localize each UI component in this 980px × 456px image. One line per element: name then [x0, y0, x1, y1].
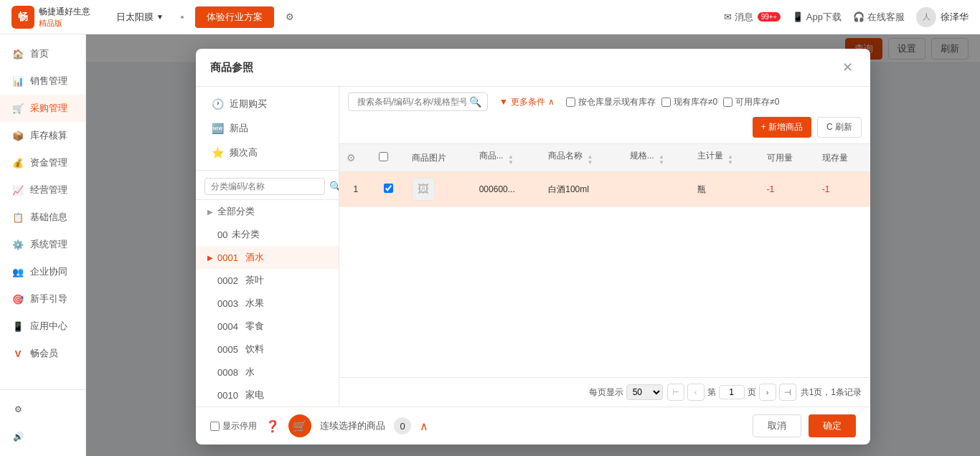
available-nonzero-checkbox[interactable] — [723, 98, 732, 107]
help-icon[interactable]: ❓ — [265, 419, 280, 433]
nav-right: ✉ 消息 99++ 📱 App下载 🎧 在线客服 人 徐泽华 — [724, 7, 969, 27]
col-checkbox — [372, 144, 404, 172]
left-panel-tabs: 🕐 近期购买 🆕 新品 ⭐ 频次高 — [196, 87, 339, 167]
sidebar-item-inventory[interactable]: 📦 库存核算 — [0, 122, 85, 149]
category-alcohol[interactable]: ▶ 0001 酒水 — [196, 246, 339, 269]
category-code-tea: 0002 — [217, 275, 238, 286]
sidebar-item-system[interactable]: ⚙️ 系统管理 — [0, 231, 85, 258]
category-code-drinks: 0005 — [217, 344, 238, 355]
page-number-input[interactable] — [719, 385, 745, 399]
warehouse-stock-checkbox[interactable] — [566, 98, 575, 107]
table-toolbar: 🔍 ▼ 更多条件 ∧ 按仓库显示现有库存 — [339, 87, 870, 144]
row-checkbox[interactable] — [384, 184, 393, 193]
avatar: 人 — [916, 7, 936, 27]
cancel-btn[interactable]: 取消 — [753, 414, 801, 437]
expand-icon: ▶ — [207, 208, 213, 216]
dialog-title: 商品参照 — [210, 61, 253, 75]
expand-cart-icon[interactable]: ∧ — [420, 419, 428, 433]
tab-frequent[interactable]: ⭐ 频次高 — [204, 141, 330, 164]
settings-icon[interactable]: ⚙ — [283, 9, 297, 25]
online-service-btn[interactable]: 🎧 在线客服 — [853, 11, 905, 24]
available-nonzero-checkbox-label[interactable]: 可用库存≠0 — [723, 96, 779, 108]
sidebar-item-purchase[interactable]: 🛒 采购管理 — [0, 95, 85, 122]
category-appliance[interactable]: 0010 家电 — [196, 384, 339, 407]
product-img-placeholder: 🖼 — [418, 183, 429, 196]
nonzero-stock-checkbox[interactable] — [661, 98, 671, 107]
col-name[interactable]: 商品名称 ▲▼ — [541, 144, 622, 172]
sidebar-item-sales[interactable]: 📊 销售管理 — [0, 67, 85, 95]
inventory-icon: 📦 — [11, 129, 24, 142]
message-badge: 99++ — [758, 12, 781, 22]
sidebar-item-collaboration[interactable]: 👥 企业协同 — [0, 258, 85, 285]
app-download-btn[interactable]: 📱 App下载 — [792, 11, 842, 24]
product-search-icon[interactable]: 🔍 — [469, 96, 481, 108]
experience-btn[interactable]: 体验行业方案 — [195, 6, 274, 28]
logo-text: 畅捷通好生意 精品版 — [39, 6, 90, 29]
sidebar-item-guide[interactable]: 🎯 新手引导 — [0, 285, 85, 313]
col-settings[interactable]: ⚙ — [339, 144, 372, 172]
product-search-input[interactable] — [354, 93, 469, 110]
dialog-action-btns: 取消 确定 — [753, 414, 856, 437]
category-search-input[interactable] — [204, 178, 325, 195]
main-layout: 🏠 首页 📊 销售管理 🛒 采购管理 📦 库存核算 💰 资金管理 📈 经营管理 … — [0, 34, 980, 456]
first-page-btn[interactable]: ⊢ — [667, 384, 684, 401]
table-settings-icon[interactable]: ⚙ — [347, 152, 356, 163]
category-search-icon[interactable]: 🔍 — [329, 181, 339, 192]
sidebar-item-app-center[interactable]: 📱 应用中心 — [0, 313, 85, 340]
sidebar-item-operations[interactable]: 📈 经营管理 — [0, 176, 85, 204]
row-code-cell: 000600... — [472, 172, 542, 207]
category-tea[interactable]: 0002 茶叶 — [196, 269, 339, 292]
messages-btn[interactable]: ✉ 消息 99++ — [724, 11, 781, 24]
next-page-btn[interactable]: › — [759, 384, 776, 401]
col-available[interactable]: 可用量 — [760, 144, 815, 172]
cart-label: 连续选择的商品 — [320, 419, 385, 432]
category-drinks[interactable]: 0005 饮料 — [196, 338, 339, 361]
sidebar-item-finance[interactable]: 💰 资金管理 — [0, 149, 85, 176]
row-unit-cell: 瓶 — [690, 172, 760, 207]
nonzero-stock-checkbox-label[interactable]: 现有库存≠0 — [661, 96, 717, 108]
per-page-select[interactable]: 50 100 200 — [626, 384, 663, 400]
show-disabled-checkbox[interactable] — [210, 422, 220, 431]
tab-new-products[interactable]: 🆕 新品 — [204, 117, 330, 140]
sidebar-item-home[interactable]: 🏠 首页 — [0, 40, 85, 67]
warehouse-stock-checkbox-label[interactable]: 按仓库显示现有库存 — [566, 96, 656, 108]
cart-btn[interactable]: 🛒 — [288, 414, 311, 437]
category-unclassified[interactable]: 00 未分类 — [196, 223, 339, 246]
category-snacks[interactable]: 0004 零食 — [196, 315, 339, 338]
last-page-btn[interactable]: ⊣ — [779, 384, 796, 401]
col-stock[interactable]: 现存量 — [815, 144, 870, 172]
content-area: 查询 设置 刷新 商品参照 ✕ 🕐 — [86, 34, 980, 456]
col-unit[interactable]: 主计量 ▲▼ — [690, 144, 760, 172]
sidebar-item-settings[interactable]: ⚙ — [0, 396, 85, 423]
add-product-btn[interactable]: + 新增商品 — [753, 117, 811, 138]
dropdown-arrow-icon: ▼ — [156, 13, 164, 21]
dialog-footer: 显示停用 ❓ 🛒 连续选择的商品 0 ∧ 取消 确定 — [196, 407, 870, 445]
category-water[interactable]: 0008 水 — [196, 361, 339, 384]
col-code[interactable]: 商品... ▲▼ — [472, 144, 542, 172]
table-row[interactable]: 1 🖼 000600... 白酒100ml — [339, 172, 870, 207]
user-area[interactable]: 人 徐泽华 — [916, 7, 969, 27]
dialog-close-btn[interactable]: ✕ — [839, 59, 856, 76]
category-all[interactable]: ▶ 全部分类 — [196, 200, 339, 223]
finance-icon: 💰 — [11, 156, 24, 169]
prev-page-btn[interactable]: ‹ — [687, 384, 705, 401]
recent-icon: 🕐 — [212, 98, 224, 110]
sort-name-icon: ▲▼ — [588, 154, 593, 166]
category-fruit[interactable]: 0003 水果 — [196, 292, 339, 315]
store-selector[interactable]: 日太阳膜 ▼ — [110, 8, 169, 27]
sidebar-item-basic-info[interactable]: 📋 基础信息 — [0, 204, 85, 231]
select-all-checkbox[interactable] — [379, 152, 388, 161]
dialog-body: 🕐 近期购买 🆕 新品 ⭐ 频次高 — [196, 87, 870, 407]
row-stock-cell: -1 — [815, 172, 870, 207]
col-spec[interactable]: 规格... ▲▼ — [623, 144, 690, 172]
sidebar-item-sound[interactable]: 🔊 — [0, 423, 85, 450]
tab-recent-purchase[interactable]: 🕐 近期购买 — [204, 92, 330, 115]
more-filters-btn[interactable]: ▼ 更多条件 ∧ — [494, 93, 560, 111]
row-num: 1 — [339, 172, 372, 207]
refresh-table-btn[interactable]: C 刷新 — [817, 117, 862, 138]
confirm-btn[interactable]: 确定 — [809, 414, 856, 437]
show-disabled-label[interactable]: 显示停用 — [210, 420, 257, 432]
sidebar-item-vip[interactable]: V 畅会员 — [0, 340, 85, 367]
row-checkbox-cell[interactable] — [372, 172, 404, 207]
col-image: 商品图片 — [405, 144, 472, 172]
